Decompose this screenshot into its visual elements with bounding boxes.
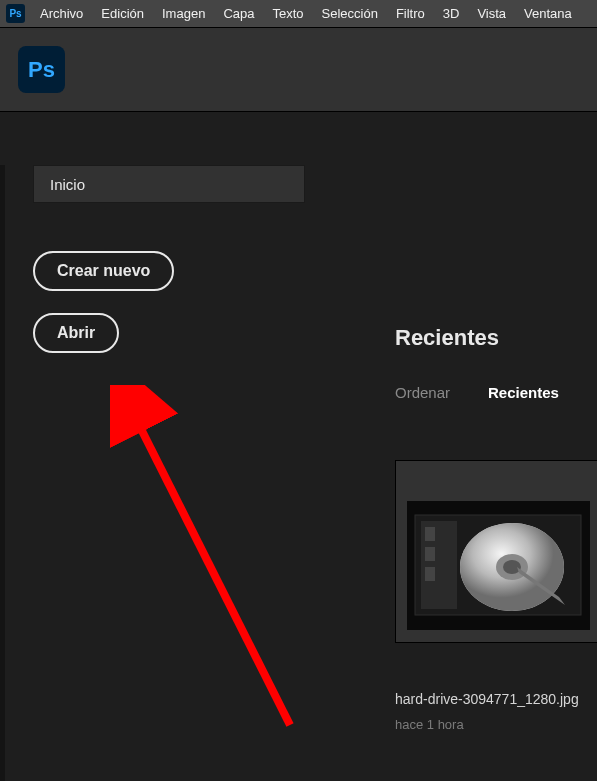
recent-file-thumbnail — [407, 501, 590, 630]
header-toolbar: Ps — [0, 27, 597, 112]
svg-rect-8 — [425, 527, 435, 541]
svg-point-5 — [503, 560, 521, 574]
svg-rect-10 — [425, 567, 435, 581]
menu-texto[interactable]: Texto — [263, 0, 312, 27]
app-abbr-small: Ps — [9, 8, 21, 19]
svg-line-12 — [128, 403, 290, 725]
recents-title: Recientes — [395, 325, 597, 351]
menubar: Ps Archivo Edición Imagen Capa Texto Sel… — [0, 0, 597, 27]
menu-capa[interactable]: Capa — [214, 0, 263, 27]
create-new-button[interactable]: Crear nuevo — [33, 251, 174, 291]
recents-sort-button[interactable]: Ordenar — [395, 384, 450, 401]
app-abbr-large: Ps — [28, 57, 55, 83]
recents-filter-row: Ordenar Recientes — [395, 384, 597, 401]
menu-seleccion[interactable]: Selección — [313, 0, 387, 27]
menu-archivo[interactable]: Archivo — [31, 0, 92, 27]
app-icon-large: Ps — [18, 46, 65, 93]
svg-rect-9 — [425, 547, 435, 561]
recent-file-name: hard-drive-3094771_1280.jpg — [395, 691, 597, 707]
open-button[interactable]: Abrir — [33, 313, 119, 353]
tab-inicio-label: Inicio — [50, 176, 85, 193]
annotation-arrow-icon — [110, 385, 310, 745]
menu-imagen[interactable]: Imagen — [153, 0, 214, 27]
recents-panel: Recientes Ordenar Recientes — [395, 325, 597, 732]
recents-tab-active[interactable]: Recientes — [488, 384, 559, 401]
menu-3d[interactable]: 3D — [434, 0, 469, 27]
app-icon-small: Ps — [6, 4, 25, 23]
menu-filtro[interactable]: Filtro — [387, 0, 434, 27]
menu-ventana[interactable]: Ventana — [515, 0, 581, 27]
tab-inicio[interactable]: Inicio — [33, 165, 305, 203]
recent-file-time: hace 1 hora — [395, 717, 597, 732]
home-screen: Inicio Crear nuevo Abrir Recientes Orden… — [0, 165, 597, 781]
menu-vista[interactable]: Vista — [468, 0, 515, 27]
recent-file-card[interactable] — [395, 460, 597, 643]
hard-drive-icon — [407, 501, 590, 630]
menu-edicion[interactable]: Edición — [92, 0, 153, 27]
